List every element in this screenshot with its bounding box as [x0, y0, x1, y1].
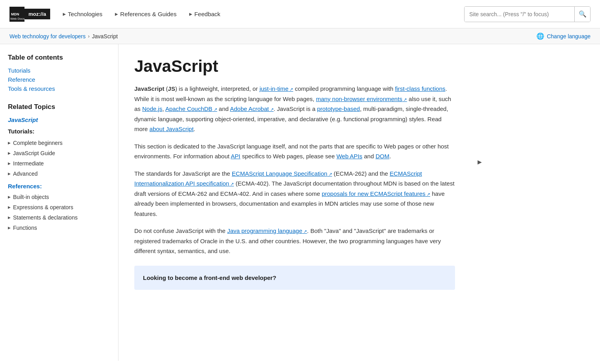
toc-link[interactable]: Tools & resources — [8, 85, 55, 92]
non-browser-link[interactable]: many non-browser environments — [316, 96, 407, 102]
api-link[interactable]: API — [231, 153, 240, 159]
page-title: JavaScript — [134, 57, 455, 76]
couchdb-link[interactable]: Apache CouchDB — [165, 105, 217, 112]
intro-paragraph: JavaScript (JS) is a lightweight, interp… — [134, 84, 455, 134]
scroll-arrow-icon[interactable]: ▶ — [478, 159, 482, 165]
sidebar-link[interactable]: Expressions & operators — [13, 204, 73, 210]
search-input[interactable] — [465, 7, 574, 22]
main-content: JavaScript JavaScript (JS) is a lightwei… — [118, 44, 474, 361]
mdn-logo-icon: MDN Web Docs — [9, 7, 24, 22]
toc-title: Table of contents — [8, 54, 110, 62]
breadcrumb-current: JavaScript — [92, 33, 118, 39]
section-paragraph: This section is dedicated to the JavaScr… — [134, 141, 455, 161]
triangle-icon: ▶ — [8, 226, 11, 230]
nav-technologies[interactable]: ▶ Technologies — [63, 11, 103, 17]
svg-text:MDN: MDN — [11, 12, 19, 16]
acrobat-link[interactable]: Adobe Acrobat — [230, 105, 273, 112]
nav-label: References & Guides — [120, 11, 177, 17]
change-language-button[interactable]: 🌐 Change language — [536, 32, 591, 40]
sidebar-item-js-guide[interactable]: ▶ JavaScript Guide — [8, 148, 110, 158]
toc-links: Tutorials Reference Tools & resources — [8, 67, 110, 92]
sidebar-link[interactable]: Advanced — [13, 171, 38, 177]
sidebar-link[interactable]: Built-in objects — [13, 194, 49, 200]
sidebar-link[interactable]: JavaScript Guide — [13, 150, 55, 156]
logo-link[interactable]: MDN Web Docs moz://a — [9, 7, 50, 22]
sidebar-link[interactable]: Intermediate — [13, 160, 44, 167]
change-language-label: Change language — [547, 33, 591, 39]
jit-link[interactable]: just-in-time — [260, 85, 293, 92]
toc-link[interactable]: Reference — [8, 76, 35, 83]
nav-references-guides[interactable]: ▶ References & Guides — [115, 11, 177, 17]
breadcrumb-parent-link[interactable]: Web technology for developers — [9, 33, 86, 39]
references-section-label: References: — [8, 183, 110, 190]
related-topics-title: Related Topics — [8, 103, 110, 111]
triangle-icon: ▶ — [8, 141, 11, 145]
sidebar-link[interactable]: Statements & declarations — [13, 214, 77, 221]
sidebar-item-functions[interactable]: ▶ Functions — [8, 223, 110, 233]
about-js-link[interactable]: about JavaScript — [149, 126, 194, 132]
js-bold: JavaScript — [134, 85, 164, 92]
sidebar-item-intermediate[interactable]: ▶ Intermediate — [8, 158, 110, 169]
site-header: MDN Web Docs moz://a ▶ Technologies ▶ Re… — [0, 0, 600, 28]
search-button[interactable]: 🔍 — [574, 7, 590, 22]
toc-link[interactable]: Tutorials — [8, 67, 30, 74]
breadcrumb: Web technology for developers › JavaScri… — [9, 33, 118, 39]
logo-tagline: moz://a — [28, 11, 46, 17]
triangle-icon: ▶ — [189, 12, 192, 16]
nodejs-link[interactable]: Node.js — [142, 105, 162, 112]
tutorials-section-label: Tutorials: — [8, 128, 110, 135]
prototype-link[interactable]: prototype-based — [317, 105, 360, 112]
triangle-icon: ▶ — [8, 205, 11, 209]
sidebar-item-statements[interactable]: ▶ Statements & declarations — [8, 212, 110, 223]
globe-icon: 🌐 — [536, 32, 544, 40]
java-lang-link[interactable]: Java programming language — [227, 227, 307, 234]
main-layout: Table of contents Tutorials Reference To… — [0, 44, 600, 361]
triangle-icon: ▶ — [63, 12, 66, 16]
dom-link[interactable]: DOM — [376, 153, 389, 159]
first-class-functions-link[interactable]: first-class functions — [395, 85, 446, 92]
svg-text:Web Docs: Web Docs — [10, 17, 24, 21]
standards-paragraph: The standards for JavaScript are the ECM… — [134, 169, 455, 219]
java-paragraph: Do not confuse JavaScript with the Java … — [134, 226, 455, 256]
search-area: 🔍 — [464, 6, 591, 22]
proposals-link[interactable]: proposals for new ECMAScript features — [322, 190, 430, 197]
ecma-spec-link[interactable]: ECMAScript Language Specification — [232, 170, 332, 177]
triangle-icon: ▶ — [8, 151, 11, 155]
js-paren: (JS) — [164, 85, 177, 92]
triangle-icon: ▶ — [115, 12, 118, 16]
breadcrumb-separator: › — [88, 34, 90, 39]
nav-feedback[interactable]: ▶ Feedback — [189, 11, 220, 17]
toc-item-tutorials[interactable]: Tutorials — [8, 67, 110, 74]
logo-text: moz://a — [24, 9, 50, 20]
nav-label: Technologies — [68, 11, 103, 17]
triangle-icon: ▶ — [8, 216, 11, 220]
info-box-text: Looking to become a front-end web develo… — [143, 273, 446, 283]
sidebar-link[interactable]: Complete beginners — [13, 140, 62, 146]
toc-item-tools[interactable]: Tools & resources — [8, 85, 110, 92]
sidebar: Table of contents Tutorials Reference To… — [0, 44, 118, 361]
sidebar-item-builtin[interactable]: ▶ Built-in objects — [8, 192, 110, 202]
js-section-label: JavaScript — [8, 116, 110, 123]
info-box: Looking to become a front-end web develo… — [134, 266, 455, 290]
nav-label: Feedback — [194, 11, 220, 17]
sidebar-item-beginners[interactable]: ▶ Complete beginners — [8, 138, 110, 148]
triangle-icon: ▶ — [8, 172, 11, 176]
sidebar-link[interactable]: Functions — [13, 225, 37, 231]
breadcrumb-bar: Web technology for developers › JavaScri… — [0, 28, 600, 44]
sidebar-item-expressions[interactable]: ▶ Expressions & operators — [8, 202, 110, 212]
triangle-icon: ▶ — [8, 195, 11, 199]
sidebar-item-advanced[interactable]: ▶ Advanced — [8, 169, 110, 179]
main-nav: ▶ Technologies ▶ References & Guides ▶ F… — [63, 11, 464, 17]
web-apis-link[interactable]: Web APIs — [337, 153, 363, 159]
toc-item-reference[interactable]: Reference — [8, 76, 110, 83]
triangle-icon: ▶ — [8, 161, 11, 165]
